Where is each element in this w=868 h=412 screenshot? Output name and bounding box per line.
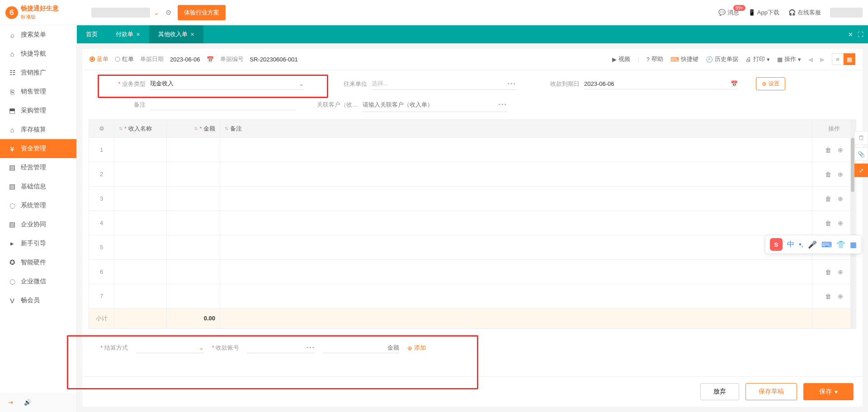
- history-link[interactable]: 🕘历史单据: [706, 55, 738, 63]
- view-list-icon[interactable]: ≡: [832, 53, 844, 65]
- table-row[interactable]: 6🗑⊕: [89, 260, 856, 284]
- cell-income-name[interactable]: [114, 284, 167, 308]
- print-link[interactable]: 🖨打印▾: [745, 55, 770, 63]
- ime-mic-icon[interactable]: 🎤: [808, 240, 817, 249]
- cell-remark[interactable]: [220, 235, 812, 259]
- table-row[interactable]: 2🗑⊕: [89, 162, 856, 187]
- tab-close-all-icon[interactable]: ✕: [848, 31, 853, 38]
- org-selector[interactable]: ⌄: [91, 8, 159, 18]
- discard-button[interactable]: 放弃: [700, 383, 739, 400]
- fullscreen-icon[interactable]: ⛶: [858, 31, 863, 38]
- customer-input[interactable]: [363, 99, 489, 110]
- save-button[interactable]: 保存▾: [803, 383, 854, 400]
- sidebar-item-11[interactable]: ▸新手引导: [0, 234, 76, 253]
- app-download-link[interactable]: 📱 App下载: [748, 9, 779, 17]
- table-row[interactable]: 4🗑⊕: [89, 211, 856, 235]
- dock-note-icon[interactable]: 🗒: [854, 131, 868, 145]
- shortcut-link[interactable]: ⌨快捷键: [670, 55, 698, 63]
- copy-row-icon[interactable]: ⊕: [838, 268, 843, 276]
- cell-amount[interactable]: [167, 284, 220, 308]
- cell-income-name[interactable]: [114, 138, 167, 162]
- tab-0[interactable]: 首页: [77, 25, 107, 43]
- more-icon[interactable]: •••: [498, 101, 507, 108]
- sidebar-item-7[interactable]: ▤经营管理: [0, 158, 76, 177]
- delete-row-icon[interactable]: 🗑: [825, 146, 831, 154]
- table-settings-icon[interactable]: ⚙: [89, 120, 114, 137]
- tab-1[interactable]: 付款单✕: [107, 25, 149, 43]
- delete-row-icon[interactable]: 🗑: [825, 268, 831, 276]
- close-icon[interactable]: ✕: [190, 32, 194, 37]
- cell-amount[interactable]: [167, 235, 220, 259]
- delete-row-icon[interactable]: 🗑: [825, 220, 831, 227]
- unit-select[interactable]: 选择... •••: [372, 78, 516, 90]
- settle-account-select[interactable]: •••: [247, 342, 315, 353]
- sidebar-item-14[interactable]: V畅会员: [0, 291, 76, 310]
- radio-blue[interactable]: 蓝单: [90, 55, 108, 63]
- table-row[interactable]: 7🗑⊕: [89, 284, 856, 309]
- messages-link[interactable]: 💬 消息 99+: [718, 9, 739, 17]
- customer-service-link[interactable]: 🎧 在线客服: [788, 9, 821, 17]
- cell-income-name[interactable]: [114, 162, 167, 186]
- sidebar-item-9[interactable]: ◌系统管理: [0, 196, 76, 215]
- dock-attach-icon[interactable]: 📎: [854, 147, 868, 161]
- view-card-icon[interactable]: ▦: [844, 53, 855, 65]
- due-date-input[interactable]: 2023-06-06 📅: [584, 79, 738, 89]
- cell-income-name[interactable]: [114, 211, 167, 235]
- more-icon[interactable]: •••: [507, 80, 516, 87]
- delete-row-icon[interactable]: 🗑: [825, 171, 831, 178]
- settle-amount-input[interactable]: [323, 342, 399, 353]
- actions-link[interactable]: ▦操作▾: [777, 55, 801, 63]
- add-settle-button[interactable]: ⊕添加: [407, 344, 426, 352]
- sidebar-item-5[interactable]: ⌂库存核算: [0, 120, 76, 139]
- cell-remark[interactable]: [220, 260, 812, 284]
- prev-doc-icon[interactable]: ◀: [808, 56, 813, 63]
- user-avatar[interactable]: [830, 8, 863, 18]
- copy-row-icon[interactable]: ⊕: [838, 293, 843, 300]
- sound-icon[interactable]: 🔊: [24, 399, 31, 406]
- ime-grid-icon[interactable]: ▦: [850, 240, 857, 249]
- sidebar-item-2[interactable]: ☷营销推广: [0, 63, 76, 82]
- tab-2[interactable]: 其他收入单✕: [149, 25, 203, 43]
- sidebar-item-13[interactable]: ◌企业微信: [0, 272, 76, 291]
- table-row[interactable]: 5🗑⊕: [89, 235, 856, 260]
- radio-red[interactable]: 红单: [115, 55, 134, 63]
- delete-row-icon[interactable]: 🗑: [825, 195, 831, 202]
- more-icon[interactable]: •••: [307, 344, 316, 351]
- close-icon[interactable]: ✕: [136, 32, 140, 37]
- sidebar-item-10[interactable]: ▤企业协同: [0, 215, 76, 234]
- cell-remark[interactable]: [220, 211, 812, 235]
- cell-remark[interactable]: [220, 138, 812, 162]
- calendar-icon[interactable]: 📅: [207, 56, 214, 63]
- doc-date-value[interactable]: 2023-06-06: [170, 56, 200, 63]
- sort-icon[interactable]: ⇅: [194, 126, 198, 131]
- ime-lang[interactable]: 中: [787, 240, 794, 249]
- sort-icon[interactable]: ⇅: [119, 126, 123, 131]
- cell-income-name[interactable]: [114, 187, 167, 211]
- save-draft-button[interactable]: 保存草稿: [745, 383, 797, 400]
- sidebar-item-0[interactable]: ⌕搜索菜单: [0, 25, 76, 44]
- settings-button[interactable]: ⚙设置: [756, 77, 785, 90]
- cell-income-name[interactable]: [114, 260, 167, 284]
- cell-amount[interactable]: [167, 138, 220, 162]
- help-link[interactable]: ?帮助: [646, 55, 663, 63]
- customer-select[interactable]: •••: [363, 98, 507, 112]
- cell-amount[interactable]: [167, 211, 220, 235]
- copy-row-icon[interactable]: ⊕: [838, 220, 843, 227]
- sort-icon[interactable]: ⇅: [225, 126, 228, 131]
- video-link[interactable]: ▶视频: [612, 55, 630, 63]
- sidebar-item-8[interactable]: ▤基础信息: [0, 177, 76, 196]
- sidebar-item-12[interactable]: ✪智能硬件: [0, 253, 76, 272]
- scroll-thumb[interactable]: [851, 138, 854, 192]
- ime-skin-icon[interactable]: 👕: [836, 240, 845, 249]
- biztype-select[interactable]: 现金收入 ⌄: [150, 78, 304, 90]
- sidebar-item-6[interactable]: ¥资金管理: [0, 139, 76, 158]
- ime-keyboard-icon[interactable]: ⌨: [821, 240, 832, 249]
- ime-toolbar[interactable]: S 中 •, 🎤 ⌨ 👕 ▦: [765, 235, 862, 254]
- gear-icon[interactable]: ⚙: [165, 9, 171, 17]
- settle-method-select[interactable]: ⌄: [136, 342, 204, 353]
- dock-expand-icon[interactable]: ⤢: [854, 164, 868, 177]
- cell-amount[interactable]: [167, 187, 220, 211]
- copy-row-icon[interactable]: ⊕: [838, 171, 843, 178]
- table-row[interactable]: 1🗑⊕: [89, 138, 856, 162]
- cell-income-name[interactable]: [114, 235, 167, 259]
